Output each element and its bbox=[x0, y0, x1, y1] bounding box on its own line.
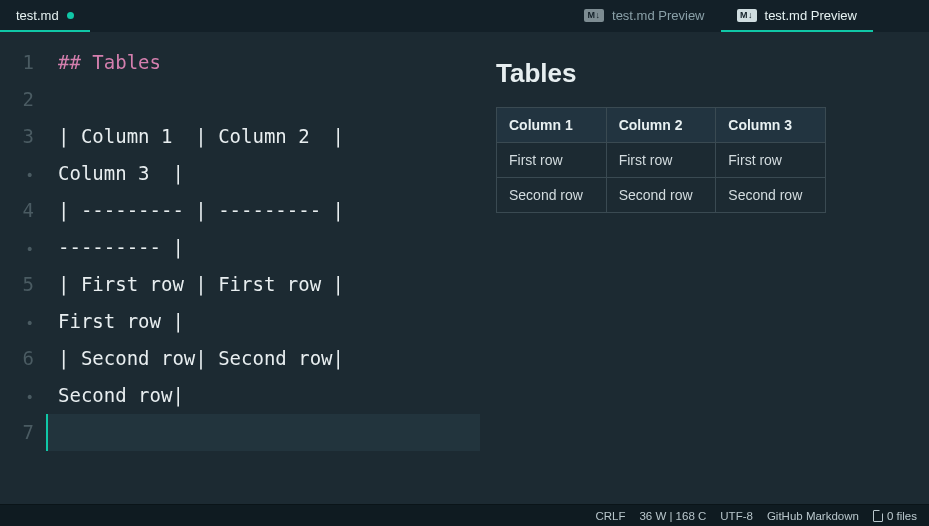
tab-preview-1[interactable]: M↓ test.md Preview bbox=[568, 0, 720, 32]
content-area: 1234567 ## Tables| Column 1 | Column 2 |… bbox=[0, 32, 929, 504]
gutter-line: 5 bbox=[0, 266, 48, 303]
markdown-badge-icon: M↓ bbox=[584, 9, 604, 22]
modified-dot-icon bbox=[67, 12, 74, 19]
tab-spacer bbox=[90, 0, 568, 32]
table-header-cell: Column 1 bbox=[497, 108, 607, 143]
preview-table: Column 1Column 2Column 3 First rowFirst … bbox=[496, 107, 826, 213]
gutter-line: 3 bbox=[0, 118, 48, 155]
code-line[interactable]: First row | bbox=[48, 303, 480, 340]
gutter-line bbox=[0, 377, 48, 414]
table-cell: Second row bbox=[497, 178, 607, 213]
preview-pane: Tables Column 1Column 2Column 3 First ro… bbox=[480, 32, 929, 504]
tab-label: test.md bbox=[16, 8, 59, 23]
table-row: Second rowSecond rowSecond row bbox=[497, 178, 826, 213]
line-number-gutter: 1234567 bbox=[0, 44, 48, 504]
code-line[interactable]: | First row | First row | bbox=[48, 266, 480, 303]
gutter-line: 2 bbox=[0, 81, 48, 118]
table-cell: First row bbox=[606, 143, 716, 178]
file-icon bbox=[873, 510, 883, 522]
gutter-line: 4 bbox=[0, 192, 48, 229]
markdown-badge-icon: M↓ bbox=[737, 9, 757, 22]
table-header-cell: Column 2 bbox=[606, 108, 716, 143]
code-line[interactable]: --------- | bbox=[48, 229, 480, 266]
code-line[interactable]: Second row| bbox=[48, 377, 480, 414]
table-cell: Second row bbox=[716, 178, 826, 213]
editor-pane[interactable]: 1234567 ## Tables| Column 1 | Column 2 |… bbox=[0, 32, 480, 504]
tab-label: test.md Preview bbox=[765, 8, 857, 23]
gutter-line: 7 bbox=[0, 414, 48, 451]
code-line[interactable]: ## Tables bbox=[48, 44, 480, 81]
tab-bar: test.md M↓ test.md Preview M↓ test.md Pr… bbox=[0, 0, 929, 32]
tab-preview-2[interactable]: M↓ test.md Preview bbox=[721, 0, 873, 32]
status-encoding[interactable]: UTF-8 bbox=[720, 510, 753, 522]
table-cell: First row bbox=[716, 143, 826, 178]
tab-trailing-space bbox=[873, 0, 929, 32]
gutter-line: 1 bbox=[0, 44, 48, 81]
code-area[interactable]: ## Tables| Column 1 | Column 2 |Column 3… bbox=[48, 44, 480, 504]
tab-editor[interactable]: test.md bbox=[0, 0, 90, 32]
code-line[interactable]: Column 3 | bbox=[48, 155, 480, 192]
code-line[interactable]: | Second row| Second row| bbox=[48, 340, 480, 377]
code-line[interactable]: | Column 1 | Column 2 | bbox=[48, 118, 480, 155]
status-eol[interactable]: CRLF bbox=[595, 510, 625, 522]
gutter-line: 6 bbox=[0, 340, 48, 377]
table-cell: First row bbox=[497, 143, 607, 178]
code-line[interactable]: | --------- | --------- | bbox=[48, 192, 480, 229]
code-line[interactable] bbox=[48, 81, 480, 118]
status-files[interactable]: 0 files bbox=[873, 510, 917, 522]
status-bar: CRLF 36 W | 168 C UTF-8 GitHub Markdown … bbox=[0, 504, 929, 526]
gutter-line bbox=[0, 155, 48, 192]
table-header-cell: Column 3 bbox=[716, 108, 826, 143]
table-row: First rowFirst rowFirst row bbox=[497, 143, 826, 178]
status-word-char-count[interactable]: 36 W | 168 C bbox=[639, 510, 706, 522]
gutter-line bbox=[0, 229, 48, 266]
table-cell: Second row bbox=[606, 178, 716, 213]
preview-heading: Tables bbox=[496, 58, 901, 89]
gutter-line bbox=[0, 303, 48, 340]
status-files-label: 0 files bbox=[887, 510, 917, 522]
tab-label: test.md Preview bbox=[612, 8, 704, 23]
status-grammar[interactable]: GitHub Markdown bbox=[767, 510, 859, 522]
code-line[interactable] bbox=[46, 414, 480, 451]
